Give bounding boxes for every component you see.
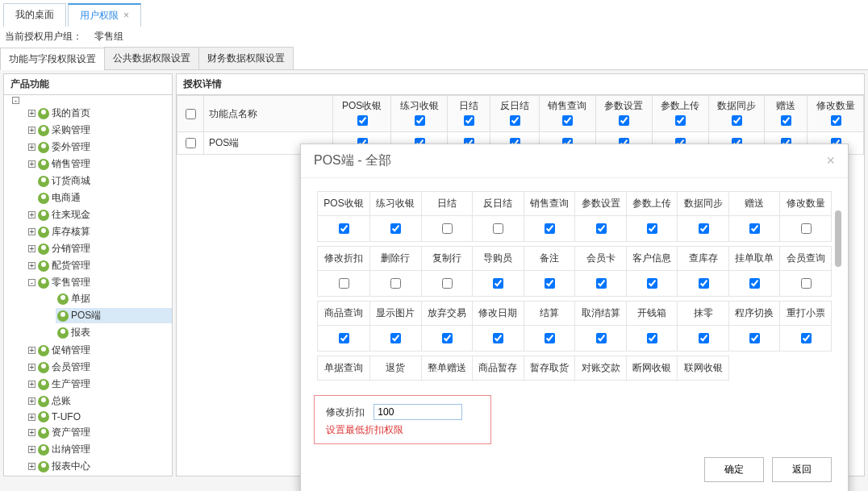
opt-checkbox[interactable] <box>442 223 453 234</box>
opt-checkbox[interactable] <box>801 223 812 234</box>
opt-checkbox[interactable] <box>699 333 709 343</box>
opt-checkbox[interactable] <box>801 333 812 343</box>
caret-icon[interactable]: + <box>28 144 35 151</box>
tree-item[interactable]: +委外管理 <box>27 139 172 155</box>
subtab[interactable]: 财务数据权限设置 <box>198 47 294 69</box>
opt-checkbox[interactable] <box>442 278 453 289</box>
opt-checkbox[interactable] <box>339 333 349 343</box>
opt-checkbox[interactable] <box>647 223 657 234</box>
select-all-checkbox[interactable] <box>186 109 196 119</box>
tree-item[interactable]: +资产管理 <box>27 425 172 440</box>
row-checkbox[interactable] <box>186 138 196 148</box>
opt-checkbox[interactable] <box>339 278 349 289</box>
tree-item[interactable]: +出纳管理 <box>27 442 172 457</box>
caret-icon[interactable]: + <box>28 110 35 117</box>
opt-checkbox[interactable] <box>339 223 349 234</box>
tree-item[interactable]: 单据 <box>56 291 172 306</box>
col-checkbox[interactable] <box>357 115 368 126</box>
opt-checkbox[interactable] <box>596 223 607 234</box>
tree-item[interactable]: -零售管理 <box>27 275 172 290</box>
scrollbar[interactable] <box>835 194 843 379</box>
caret-icon[interactable]: + <box>28 127 35 134</box>
caret-icon[interactable]: + <box>28 463 35 470</box>
tree-item[interactable]: +生产管理 <box>27 377 172 392</box>
tab-我的桌面[interactable]: 我的桌面 <box>3 3 66 27</box>
col-checkbox[interactable] <box>831 115 841 126</box>
tree-item[interactable]: +分销管理 <box>27 241 172 256</box>
tree-item[interactable]: POS端 <box>56 308 172 323</box>
opt-checkbox[interactable] <box>493 223 503 234</box>
tree-item[interactable]: +我的首页 <box>27 106 172 121</box>
caret-icon[interactable]: - <box>28 279 35 286</box>
opt-checkbox[interactable] <box>801 278 812 289</box>
opt-checkbox[interactable] <box>442 333 453 343</box>
caret-icon[interactable]: + <box>28 262 35 269</box>
caret-icon[interactable]: + <box>28 364 35 371</box>
ok-button[interactable]: 确定 <box>704 457 764 482</box>
opt-checkbox[interactable] <box>545 333 555 343</box>
caret-icon[interactable]: + <box>28 429 35 436</box>
opt-checkbox[interactable] <box>390 278 401 289</box>
caret-icon[interactable]: + <box>28 211 35 218</box>
opt-checkbox[interactable] <box>749 333 760 343</box>
opt-checkbox[interactable] <box>390 223 401 234</box>
tree-item[interactable]: +采购管理 <box>27 123 172 138</box>
col-checkbox[interactable] <box>675 115 686 126</box>
col-header: 练习收银 <box>400 100 439 111</box>
tree-item[interactable]: +销售管理 <box>27 156 172 172</box>
caret-icon[interactable]: + <box>28 245 35 252</box>
tree-item[interactable]: +报表中心 <box>27 459 172 474</box>
opt-checkbox[interactable] <box>545 223 555 234</box>
tree-root-row[interactable]: - <box>10 96 172 105</box>
tree-item[interactable]: +总账 <box>27 393 172 409</box>
subtab[interactable]: 功能与字段权限设置 <box>0 48 105 70</box>
opt-checkbox[interactable] <box>545 278 555 289</box>
tree-label: POS端 <box>71 309 101 322</box>
col-checkbox[interactable] <box>415 115 425 126</box>
opt-checkbox[interactable] <box>596 278 607 289</box>
tab-用户权限[interactable]: 用户权限× <box>68 3 141 27</box>
tree-item[interactable]: 报表 <box>56 325 172 340</box>
opt-checkbox[interactable] <box>749 223 760 234</box>
opt-checkbox[interactable] <box>596 333 607 343</box>
tree-item[interactable]: 电商通 <box>27 190 172 206</box>
col-checkbox[interactable] <box>464 115 474 126</box>
caret-icon[interactable]: + <box>28 160 35 168</box>
caret-icon[interactable]: + <box>28 414 35 421</box>
opt-checkbox[interactable] <box>493 278 503 289</box>
opt-label: 日结 <box>437 198 457 209</box>
caret-icon[interactable]: - <box>12 97 19 104</box>
caret-icon[interactable]: + <box>28 347 35 354</box>
opt-checkbox[interactable] <box>647 333 657 343</box>
col-checkbox[interactable] <box>510 115 520 126</box>
tree-item[interactable]: +云应用 <box>27 476 172 476</box>
opt-checkbox[interactable] <box>749 278 760 289</box>
caret-icon[interactable]: + <box>28 381 35 388</box>
col-checkbox[interactable] <box>619 115 629 126</box>
tree-item[interactable]: +促销管理 <box>27 343 172 358</box>
close-icon[interactable]: × <box>826 152 835 169</box>
opt-label: 放弃交易 <box>428 307 466 318</box>
caret-icon[interactable]: + <box>28 446 35 453</box>
cancel-button[interactable]: 返回 <box>772 457 832 482</box>
opt-checkbox[interactable] <box>699 223 709 234</box>
opt-checkbox[interactable] <box>390 333 401 343</box>
tree-item[interactable]: +配货管理 <box>27 258 172 273</box>
tree-item[interactable]: 订货商城 <box>27 173 172 189</box>
col-checkbox[interactable] <box>562 115 573 126</box>
caret-icon[interactable]: + <box>28 228 35 235</box>
subtab[interactable]: 公共数据权限设置 <box>104 47 199 69</box>
tree-item[interactable]: +T-UFO <box>27 410 172 423</box>
caret-icon[interactable]: + <box>28 397 35 405</box>
opt-checkbox[interactable] <box>699 278 709 289</box>
tree-item[interactable]: +往来现金 <box>27 207 172 223</box>
col-checkbox[interactable] <box>781 115 791 126</box>
tree-item[interactable]: +库存核算 <box>27 224 172 239</box>
folder-icon <box>38 277 49 289</box>
opt-checkbox[interactable] <box>493 333 503 343</box>
opt-checkbox[interactable] <box>647 278 657 289</box>
discount-input[interactable] <box>373 404 462 420</box>
tree-item[interactable]: +会员管理 <box>27 360 172 375</box>
close-icon[interactable]: × <box>123 10 129 21</box>
col-checkbox[interactable] <box>732 115 742 126</box>
